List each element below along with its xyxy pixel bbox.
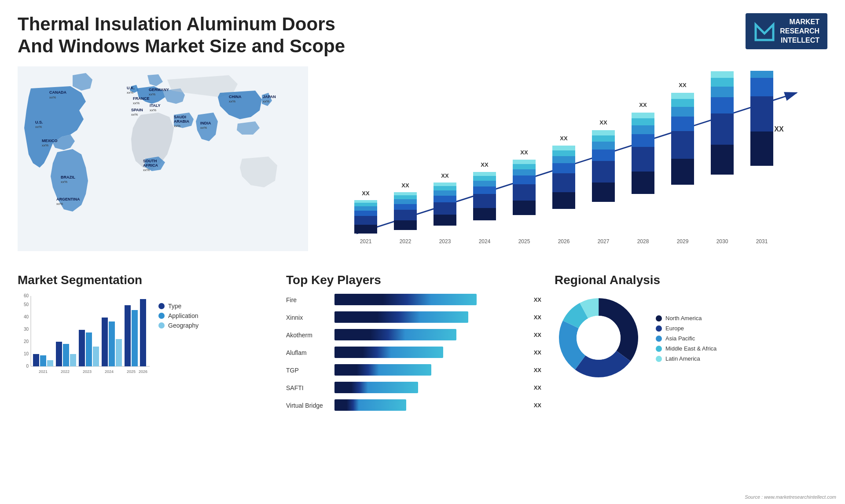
svg-point-157	[577, 316, 621, 360]
svg-rect-119	[750, 71, 773, 78]
svg-text:2026: 2026	[558, 238, 570, 245]
donut-chart	[555, 294, 643, 383]
svg-rect-95	[632, 125, 654, 134]
donut-container: North AmericaEuropeAsia PacificMiddle Ea…	[555, 294, 827, 383]
header: Thermal Insulation Aluminum Doors And Wi…	[18, 13, 827, 58]
segmentation-title: Market Segmentation	[18, 273, 273, 287]
players-section: Top Key Players FireXXXinnixXXAkothermXX…	[286, 273, 541, 417]
player-bar	[334, 347, 443, 358]
player-row: Virtual BridgeXX	[286, 399, 541, 412]
svg-text:2029: 2029	[677, 238, 689, 245]
player-value: XX	[534, 367, 541, 373]
svg-rect-94	[632, 134, 654, 147]
svg-text:2026: 2026	[139, 369, 147, 374]
svg-rect-86	[592, 150, 615, 161]
regional-legend-label: Asia Pacific	[665, 335, 695, 342]
svg-rect-69	[513, 184, 536, 201]
svg-rect-118	[750, 78, 773, 96]
player-bar-container	[334, 382, 527, 394]
player-name: Fire	[286, 296, 330, 303]
player-bar	[334, 382, 418, 393]
logo: MARKET RESEARCH INTELLECT	[746, 13, 827, 49]
regional-legend-label: North America	[665, 315, 702, 321]
svg-text:2027: 2027	[598, 238, 610, 245]
player-row: AkothermXX	[286, 329, 541, 341]
svg-rect-41	[354, 200, 377, 203]
world-map: CANADA xx% U.S. xx% MEXICO xx% BRAZIL xx…	[18, 66, 308, 251]
svg-text:xx%: xx%	[229, 99, 235, 103]
svg-text:SAUDI: SAUDI	[174, 115, 186, 119]
svg-text:xx%: xx%	[200, 126, 207, 130]
player-value: XX	[534, 332, 541, 338]
svg-rect-139	[79, 330, 85, 366]
svg-rect-38	[354, 211, 377, 216]
svg-text:xx%: xx%	[150, 108, 156, 112]
players-title: Top Key Players	[286, 273, 541, 287]
world-map-svg: CANADA xx% U.S. xx% MEXICO xx% BRAZIL xx…	[18, 66, 308, 251]
regional-legend-item: North America	[656, 315, 716, 321]
svg-text:2028: 2028	[637, 238, 649, 245]
svg-rect-61	[473, 194, 496, 208]
legend-geography: Geography	[158, 322, 198, 329]
svg-text:2021: 2021	[39, 369, 48, 374]
svg-text:50: 50	[24, 302, 29, 307]
logo-text: MARKET RESEARCH INTELLECT	[780, 18, 819, 45]
svg-marker-0	[756, 25, 773, 40]
svg-text:INDIA: INDIA	[200, 121, 211, 125]
svg-rect-109	[711, 113, 734, 145]
regional-legend-label: Latin America	[665, 355, 700, 362]
regional-legend-dot	[656, 336, 662, 342]
logo-icon	[753, 20, 775, 42]
svg-text:2031: 2031	[756, 238, 768, 245]
legend-app-dot	[158, 313, 165, 319]
svg-rect-102	[671, 117, 694, 131]
svg-text:2023: 2023	[439, 238, 451, 245]
svg-rect-46	[394, 204, 417, 210]
player-row: FireXX	[286, 294, 541, 306]
svg-text:40: 40	[24, 314, 29, 319]
svg-rect-36	[354, 225, 377, 234]
regional-legend-dot	[656, 346, 662, 352]
svg-rect-103	[671, 107, 694, 117]
svg-rect-72	[513, 164, 536, 169]
svg-rect-141	[93, 347, 99, 366]
svg-rect-136	[63, 344, 69, 366]
svg-text:XX: XX	[679, 82, 687, 88]
svg-rect-44	[394, 220, 417, 230]
svg-rect-84	[592, 183, 615, 202]
svg-text:xx%: xx%	[56, 202, 63, 206]
svg-rect-140	[86, 332, 92, 366]
player-row: XinnixXX	[286, 311, 541, 324]
svg-rect-104	[671, 99, 694, 107]
svg-rect-47	[394, 199, 417, 204]
regional-section: Regional Analysis	[555, 273, 827, 417]
svg-text:XX: XX	[718, 71, 726, 72]
player-row: AluflamXX	[286, 347, 541, 359]
svg-text:0: 0	[26, 364, 29, 369]
svg-text:2030: 2030	[716, 238, 728, 245]
svg-rect-93	[632, 147, 654, 172]
svg-rect-65	[473, 172, 496, 176]
svg-text:2022: 2022	[400, 238, 411, 245]
svg-rect-111	[711, 87, 734, 97]
player-bar-container	[334, 294, 527, 306]
svg-text:XX: XX	[774, 125, 784, 133]
svg-rect-113	[711, 71, 734, 78]
svg-text:SOUTH: SOUTH	[143, 159, 157, 163]
svg-text:xx%: xx%	[174, 124, 180, 128]
svg-text:XX: XX	[599, 119, 607, 126]
regional-legend-dot	[656, 356, 662, 362]
player-value: XX	[534, 349, 541, 356]
svg-text:2025: 2025	[127, 369, 136, 374]
svg-rect-101	[671, 131, 694, 159]
svg-text:CANADA: CANADA	[49, 90, 66, 95]
player-bar-container	[334, 399, 527, 412]
regional-legend-label: Middle East & Africa	[665, 345, 716, 352]
svg-rect-70	[513, 175, 536, 184]
svg-rect-71	[513, 169, 536, 175]
svg-rect-53	[434, 202, 456, 215]
svg-rect-145	[116, 339, 122, 366]
svg-text:xx%: xx%	[149, 92, 155, 96]
svg-rect-57	[434, 183, 456, 186]
svg-text:20: 20	[24, 339, 29, 344]
